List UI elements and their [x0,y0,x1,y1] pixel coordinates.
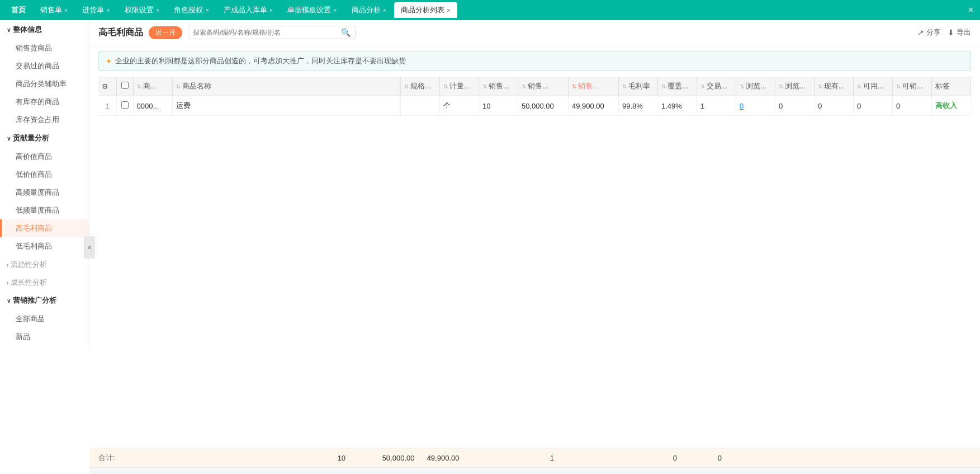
nav-tab-purchase-close[interactable]: × [106,7,110,13]
row-checkbox[interactable] [121,101,129,109]
th-browse1[interactable]: ⇅浏览... [736,77,775,96]
th-available[interactable]: ⇅可用... [854,77,893,96]
collapse-icon: « [87,243,91,251]
nav-tab-role-close[interactable]: × [205,7,209,13]
arrow-icon-treasure: ∨ [7,135,11,142]
td-sales-qty: 10 [479,96,518,116]
nav-tab-sales-label: 销售单 [40,5,62,15]
th-sort-icon: ⇅ [857,83,861,90]
th-sort-icon: ⇅ [622,83,627,90]
nav-tab-role[interactable]: 角色授权 × [167,2,215,18]
sidebar-item-high-freq[interactable]: 高频量度商品 [0,184,89,201]
table-row: 1 0000... 运费 个 10 50,000.00 49,900.00 99… [98,96,971,116]
th-sales-qty[interactable]: ⇅销售... [479,77,518,96]
nav-tab-sales-close[interactable]: × [64,7,68,13]
th-coverage[interactable]: ⇅覆盖... [658,77,697,96]
td-margin-rate: 99.8% [619,96,658,116]
th-browse2[interactable]: ⇅浏览... [775,77,815,96]
sidebar-group-overall-label: 整体信息 [13,25,42,35]
footer-cells: 10 50,000.00 49,900.00 1 0 0 [126,454,971,462]
sidebar-group-treasure[interactable]: ∨ 贡献量分析 [0,129,89,148]
arrow-icon-overall: ∨ [7,27,11,33]
filter-button[interactable]: 近一月 [149,26,182,39]
sidebar-group-growth[interactable]: › 成长性分析 [0,273,89,291]
th-sellable[interactable]: ⇅可销... [893,77,932,96]
sidebar-group-growth-label: 成长性分析 [11,278,47,288]
bottom-scrollbar[interactable] [89,467,980,474]
th-tag[interactable]: 标签 [932,77,971,96]
th-margin-rate[interactable]: ⇅毛利率 [619,77,658,96]
close-all-button[interactable]: × [966,5,976,15]
nav-tab-template-label: 单据模板设置 [287,5,331,15]
nav-tab-analysis-list-label: 商品分析列表 [401,5,444,15]
th-current-stock[interactable]: ⇅现有... [815,77,854,96]
nav-tab-home[interactable]: 首页 [4,2,32,18]
th-spec[interactable]: ⇅规格... [401,77,440,96]
td-browse2: 0 [775,96,815,116]
sidebar-item-low-freq[interactable]: 低频量度商品 [0,201,89,219]
nav-tab-analysis[interactable]: 商品分析 × [345,2,393,18]
sidebar-item-low-value[interactable]: 低价值商品 [0,166,89,184]
nav-tab-permission-close[interactable]: × [156,7,159,13]
table-footer: 合计: 10 50,000.00 49,900.00 1 0 0 [89,448,980,467]
export-label: 导出 [957,27,971,37]
arrow-icon-growth: › [7,280,8,286]
sidebar-item-high-margin[interactable]: 高毛利商品 [0,219,89,237]
th-settings[interactable]: ⚙ [98,77,116,96]
export-button[interactable]: ⬇ 导出 [948,27,971,37]
settings-icon: ⚙ [102,82,108,91]
sidebar-collapse-button[interactable]: « [84,236,95,259]
footer-sales-profit: 49,900.00 [424,454,468,462]
th-sort-icon: ⇅ [443,83,448,90]
share-icon: ↗ [917,28,924,37]
sidebar-group-trend[interactable]: › 流趋性分析 [0,255,89,273]
sidebar-item-new-goods[interactable]: 新品 [0,328,89,346]
sidebar-item-all-goods[interactable]: 全部商品 [0,310,89,328]
info-banner-text: 企业的主要的利润都是这部分商品创造的，可考虑加大推广，同时关注库存是不要出现缺货 [115,56,406,66]
th-checkbox[interactable] [116,77,133,96]
th-unit[interactable]: ⇅计量... [440,77,479,96]
sidebar-item-analysis-assist[interactable]: 商品分类辅助率 [0,75,89,93]
sidebar-item-sales-goods[interactable]: 销售货商品 [0,39,89,57]
sidebar-group-overall[interactable]: ∨ 整体信息 [0,20,89,39]
td-available: 0 [854,96,893,116]
nav-tab-template[interactable]: 单据模板设置 × [281,2,343,18]
footer-label: 合计: [98,453,115,463]
search-box[interactable]: 🔍 [188,26,356,39]
nav-tab-product-storage[interactable]: 产成品入库单 × [217,2,280,18]
th-sort-icon: ⇅ [572,83,576,90]
nav-tab-sales[interactable]: 销售单 × [34,2,74,18]
sidebar-item-stocked-goods[interactable]: 有库存的商品 [0,93,89,111]
td-browse1[interactable]: 0 [736,96,775,116]
nav-tab-product-storage-close[interactable]: × [269,7,273,13]
share-button[interactable]: ↗ 分享 [917,27,941,37]
main-layout: ∨ 整体信息 销售货商品 交易过的商品 商品分类辅助率 有库存的商品 库存资金占… [0,20,980,474]
sidebar-group-trend-label: 流趋性分析 [11,260,47,270]
nav-tab-analysis-list-close[interactable]: × [447,7,450,13]
footer-sales-qty: 10 [334,454,379,462]
td-sellable: 0 [893,96,932,116]
select-all-checkbox[interactable] [121,82,129,89]
th-sales-profit[interactable]: ⇅销售... [569,77,619,96]
th-trade-count[interactable]: ⇅交易... [697,77,736,96]
td-checkbox[interactable] [116,96,133,116]
sidebar-item-high-value[interactable]: 高价值商品 [0,148,89,166]
td-tag: 高收入 [932,96,971,116]
sidebar-group-marketing-label: 营销推广分析 [13,295,56,306]
search-icon[interactable]: 🔍 [341,28,351,37]
search-input[interactable] [193,29,338,36]
sidebar-item-low-margin[interactable]: 低毛利商品 [0,237,89,255]
nav-tab-permission[interactable]: 权限设置 × [118,2,166,18]
sidebar-group-marketing[interactable]: ∨ 营销推广分析 [0,291,89,310]
th-name[interactable]: ⇅商品名称 [172,77,401,96]
td-sales-amount: 50,000.00 [518,96,569,116]
th-code[interactable]: ⇅商... [133,77,172,96]
sidebar-item-stock-capital[interactable]: 库存资金占用 [0,111,89,129]
nav-tab-purchase[interactable]: 进货单 × [75,2,116,18]
nav-tab-analysis-close[interactable]: × [383,7,386,13]
th-sales-amount[interactable]: ⇅销售... [518,77,569,96]
nav-tab-analysis-list[interactable]: 商品分析列表 × [394,2,457,18]
td-name: 运费 [172,96,401,116]
nav-tab-template-close[interactable]: × [333,7,337,13]
sidebar-item-traded-goods[interactable]: 交易过的商品 [0,57,89,75]
